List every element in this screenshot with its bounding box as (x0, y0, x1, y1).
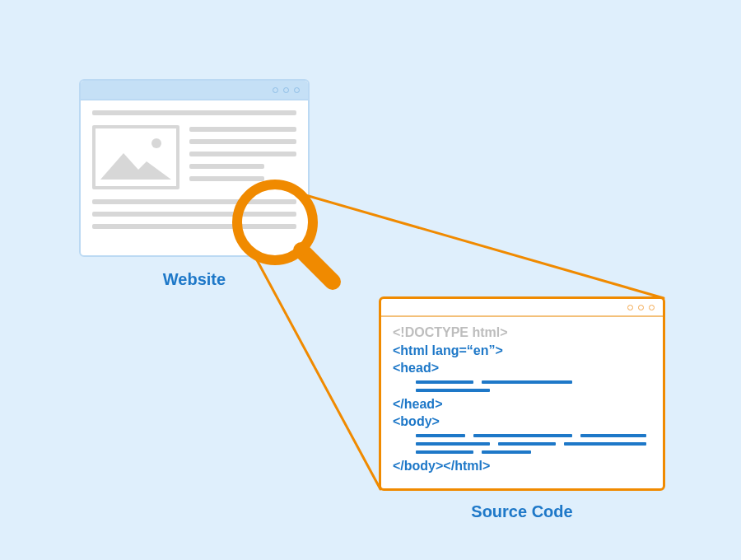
svg-marker-1 (100, 153, 171, 180)
source-code-body: <!DOCTYPE html> <html lang=“en”> <head> … (381, 317, 663, 483)
code-body-close: </body> (393, 459, 443, 473)
website-window (79, 79, 310, 257)
placeholder-line (92, 199, 296, 204)
placeholder-text-block (189, 125, 296, 189)
code-line-body-open: <body> (393, 413, 651, 431)
placeholder-line (92, 224, 296, 229)
website-body (81, 100, 308, 239)
code-line-head-close: </head> (393, 395, 651, 413)
source-titlebar (381, 299, 663, 317)
placeholder-line (92, 212, 296, 217)
window-control-dot-icon (638, 305, 644, 310)
image-placeholder-icon (92, 125, 179, 189)
code-line-html-open: <html lang=“en”> (393, 342, 651, 360)
placeholder-line (189, 127, 296, 132)
placeholder-line (189, 139, 296, 144)
code-line-head-open: <head> (393, 359, 651, 377)
window-control-dot-icon (283, 87, 289, 93)
website-caption: Website (79, 270, 310, 289)
code-line-close: </body></html> (393, 457, 651, 475)
code-placeholder-lines (393, 377, 651, 395)
svg-point-0 (151, 138, 161, 148)
code-line-doctype: <!DOCTYPE html> (393, 324, 651, 342)
placeholder-line (189, 152, 296, 156)
window-control-dot-icon (649, 305, 655, 310)
website-titlebar (81, 81, 308, 100)
svg-line-2 (280, 188, 664, 298)
code-placeholder-lines (393, 431, 651, 457)
source-code-window: <!DOCTYPE html> <html lang=“en”> <head> … (379, 296, 665, 491)
svg-line-3 (255, 257, 380, 489)
window-control-dot-icon (294, 87, 300, 93)
source-code-caption: Source Code (379, 502, 665, 521)
window-control-dot-icon (627, 305, 633, 310)
placeholder-text-block (92, 199, 296, 229)
code-html-close: </html> (443, 459, 490, 473)
placeholder-line (189, 176, 264, 181)
placeholder-line (92, 110, 296, 115)
placeholder-line (189, 164, 264, 169)
window-control-dot-icon (273, 87, 278, 93)
